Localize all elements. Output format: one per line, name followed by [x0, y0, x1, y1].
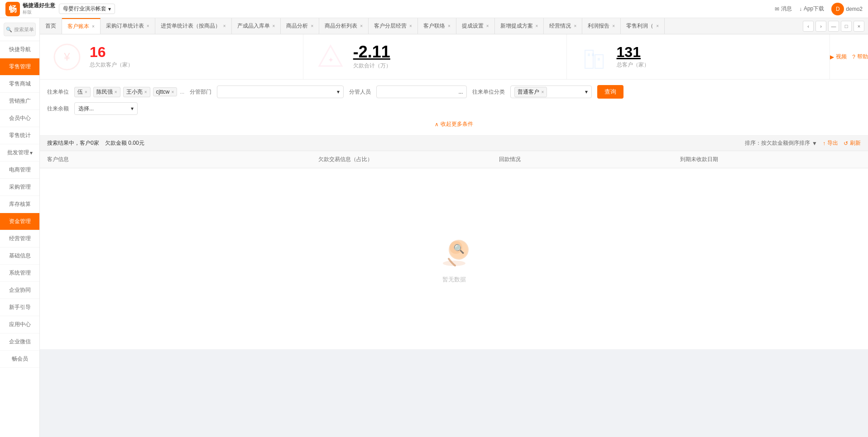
messages-btn[interactable]: ✉ 消息	[775, 5, 792, 13]
sidebar-item-enterprise[interactable]: 企业协同	[0, 282, 39, 299]
tab-close-icon[interactable]: ×	[536, 24, 538, 28]
refresh-btn[interactable]: ↺ 刷新	[844, 139, 861, 147]
export-btn[interactable]: ↑ 导出	[823, 139, 838, 147]
tab-new-achievement[interactable]: 新增提成方案 ×	[495, 18, 544, 34]
stat-values-total: 131 总客户（家）	[617, 45, 649, 69]
logo-text-area: 畅捷通好生意 标版	[23, 2, 55, 15]
filter-more-btn[interactable]: ...	[180, 89, 184, 95]
tab-customer-tier[interactable]: 客户分层经营 ×	[369, 18, 418, 34]
tab-customer-debt[interactable]: 客户账本 ×	[62, 18, 101, 34]
sidebar: 🔍 搜索菜单 快捷导航 零售管理 零售商城 营销推广 会员中心 零售统计 批发管…	[0, 18, 40, 437]
sidebar-item-finance[interactable]: 资金管理	[0, 213, 39, 230]
user-area[interactable]: D demo2	[831, 3, 863, 15]
app-download-btn[interactable]: ↓ App下载	[799, 5, 824, 13]
empty-text: 暂无数据	[442, 276, 466, 284]
tab-close-icon[interactable]: ×	[448, 24, 451, 28]
tab-close-icon[interactable]: ×	[656, 24, 659, 28]
tab-purchase-order-label: 采购订单统计表	[106, 22, 144, 30]
tab-close-icon[interactable]: ×	[223, 24, 226, 28]
tab-close-icon[interactable]: ×	[409, 24, 412, 28]
search-menu-btn[interactable]: 🔍 搜索菜单	[4, 23, 36, 36]
sidebar-item-marketing[interactable]: 营销推广	[0, 93, 39, 110]
tab-inbound-stats-label: 进货单统计表（按商品）	[161, 22, 221, 30]
user-avatar: D	[831, 3, 844, 15]
tab-retail-profit[interactable]: 零售利润（ ×	[621, 18, 665, 34]
tab-close-icon[interactable]: ×	[486, 24, 489, 28]
tab-inbound-stats[interactable]: 进货单统计表（按商品） ×	[155, 18, 232, 34]
main-layout: 🔍 搜索菜单 快捷导航 零售管理 零售商城 营销推广 会员中心 零售统计 批发管…	[0, 18, 868, 437]
tab-close-icon[interactable]: ×	[574, 24, 576, 28]
sidebar-item-retail-mgmt[interactable]: 零售管理	[0, 58, 39, 76]
stat-label-total: 总客户（家）	[617, 61, 649, 69]
filter-tag-remove[interactable]: ×	[541, 90, 544, 95]
tab-minimize-btn[interactable]: —	[828, 21, 839, 32]
sidebar-item-new-guide[interactable]: 新手引导	[0, 299, 39, 316]
tab-customer-contact[interactable]: 客户联络 ×	[418, 18, 456, 34]
tab-product-analysis[interactable]: 商品分析 ×	[281, 18, 319, 34]
tab-raise-settings[interactable]: 提成设置 ×	[456, 18, 495, 34]
sidebar-item-inventory[interactable]: 库存核算	[0, 196, 39, 213]
tab-operations-status-label: 经营情况	[549, 22, 571, 30]
sidebar-item-quick-nav[interactable]: 快捷导航	[0, 41, 39, 58]
sidebar-item-member-center[interactable]: 会员中心	[0, 110, 39, 127]
tab-customer-tier-label: 客户分层经营	[374, 22, 407, 30]
tab-home[interactable]: 首页	[40, 18, 62, 34]
tab-maximize-btn[interactable]: □	[841, 21, 852, 32]
collapse-filter-btn[interactable]: ∧ 收起更多条件	[47, 119, 861, 130]
result-bar: 搜索结果中，客户0家 欠款金额 0.00元 排序：按欠款金额倒序排序 ▼ ↑ 导…	[40, 136, 868, 151]
filter-person-select[interactable]: ...	[376, 86, 467, 98]
tab-purchase-order[interactable]: 采购订单统计表 ×	[101, 18, 155, 34]
sort-label: 排序：按欠款金额倒序排序	[745, 139, 810, 147]
stat-card-customers: ¥ 16 总欠款客户（家）	[40, 34, 303, 80]
sidebar-item-basic-info[interactable]: 基础信息	[0, 247, 39, 265]
stat-number-total: 131	[617, 45, 649, 59]
sidebar-item-operations[interactable]: 经营管理	[0, 230, 39, 247]
filter-dept-select[interactable]: ▾	[217, 86, 344, 98]
tab-operations-status[interactable]: 经营情况 ×	[544, 18, 582, 34]
help-btn[interactable]: ? 帮助	[852, 53, 868, 61]
sidebar-item-member[interactable]: 畅会员	[0, 351, 39, 368]
stat-help-area: ▶ 视频 ? 帮助	[830, 53, 868, 61]
tab-close-icon[interactable]: ×	[92, 24, 95, 29]
tab-product-analysis-list[interactable]: 商品分析列表 ×	[319, 18, 369, 34]
sidebar-item-batch-mgmt[interactable]: 批发管理 ▾	[0, 144, 39, 162]
tab-product-inbound[interactable]: 产成品入库单 ×	[232, 18, 281, 34]
tab-close-icon[interactable]: ×	[147, 24, 149, 28]
tab-close-icon[interactable]: ×	[311, 24, 313, 28]
filter-tag-remove[interactable]: ×	[172, 90, 174, 95]
query-button[interactable]: 查询	[597, 85, 623, 99]
table-header: 客户信息 欠款交易信息（占比） 回款情况 到期未收款日期	[40, 151, 868, 168]
tab-close-icon[interactable]: ×	[273, 24, 275, 28]
filter-tag-remove[interactable]: ×	[144, 90, 147, 95]
filter-unit-class-label: 往来单位分类	[472, 88, 505, 96]
sidebar-item-sys-mgmt[interactable]: 系统管理	[0, 265, 39, 282]
tab-profit-report[interactable]: 利润报告 ×	[582, 18, 621, 34]
sidebar-item-retail-mall[interactable]: 零售商城	[0, 76, 39, 93]
filter-balance-select[interactable]: 选择... ▾	[74, 102, 138, 115]
account-selector[interactable]: 母婴行业演示帐套 ▾	[59, 4, 115, 14]
svg-rect-4	[585, 50, 593, 68]
search-icon: 🔍	[6, 27, 12, 33]
tab-product-analysis-list-label: 商品分析列表	[325, 22, 357, 30]
sidebar-item-label: 会员中心	[9, 115, 31, 121]
filter-tag-remove[interactable]: ×	[115, 90, 117, 95]
sidebar-item-retail-stats[interactable]: 零售统计	[0, 127, 39, 144]
sidebar-item-ecommerce[interactable]: 电商管理	[0, 162, 39, 179]
filter-unit-label: 往来单位	[47, 88, 69, 96]
sort-btn[interactable]: 排序：按欠款金额倒序排序 ▼	[745, 139, 817, 147]
sort-arrow-icon: ▼	[812, 140, 817, 147]
tab-close-all-btn[interactable]: ×	[854, 21, 864, 32]
filter-unit-class-select[interactable]: 普通客户 × ▾	[510, 86, 592, 98]
tab-close-icon[interactable]: ×	[612, 24, 615, 28]
filter-row-2: 往来余额 选择... ▾	[47, 102, 861, 115]
tab-prev-btn[interactable]: ‹	[803, 21, 814, 32]
stat-label-customers: 总欠款客户（家）	[90, 61, 133, 69]
video-btn[interactable]: ▶ 视频	[830, 53, 847, 61]
sidebar-item-enterprise-wechat[interactable]: 企业微信	[0, 333, 39, 351]
stat-values-debt: -2.11 欠款合计（万）	[353, 44, 391, 70]
sidebar-item-app-center[interactable]: 应用中心	[0, 316, 39, 333]
tab-close-icon[interactable]: ×	[360, 24, 363, 28]
tab-next-btn[interactable]: ›	[815, 21, 826, 32]
filter-tag-remove[interactable]: ×	[85, 90, 87, 95]
sidebar-item-purchase[interactable]: 采购管理	[0, 179, 39, 196]
